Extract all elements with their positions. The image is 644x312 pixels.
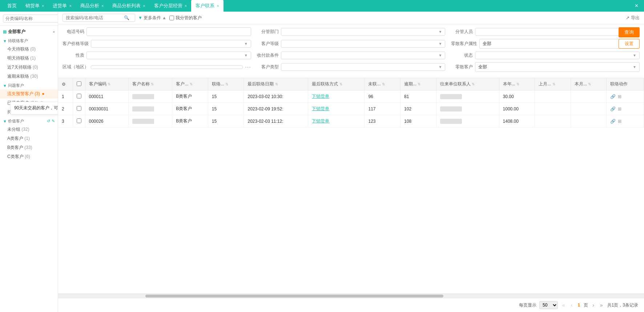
- nav-tab-customer-contact[interactable]: 客户联系 ×: [191, 0, 223, 12]
- sidebar-item-ungrouped[interactable]: 未分组 (32): [0, 125, 58, 134]
- sidebar-item-churn-warning[interactable]: 流失预警客户 (3) ●: [0, 89, 58, 98]
- sort-type-icon[interactable]: ⇅: [190, 82, 193, 86]
- my-customers-check[interactable]: [169, 16, 174, 20]
- prev-page-btn[interactable]: ‹: [569, 302, 574, 308]
- sort-this-month-icon[interactable]: ⇅: [588, 82, 591, 86]
- my-customers-checkbox[interactable]: 我分管的客户: [169, 15, 202, 21]
- sidebar-item-7days-contact[interactable]: 近7天待联络 (0): [0, 63, 58, 72]
- close-purchase-tab[interactable]: ×: [69, 4, 71, 8]
- sidebar-item-tomorrow-contact[interactable]: 明天待联络 (1): [0, 54, 58, 63]
- sidebar-item-overdue-contact[interactable]: 逾期未联络 (30): [0, 72, 58, 81]
- row3-link-icon[interactable]: 🔗: [610, 119, 616, 124]
- row1-grid-icon[interactable]: ⊞: [618, 94, 621, 99]
- close-analysis-tab[interactable]: ×: [101, 4, 104, 8]
- nav-tab-sales[interactable]: 销货单 ×: [21, 0, 48, 12]
- close-analysis-list-tab[interactable]: ×: [143, 4, 145, 8]
- scatter-customer-select[interactable]: 全部 ▼: [475, 62, 640, 72]
- more-conditions-btn[interactable]: ▼ 更多条件 ▲: [138, 15, 166, 21]
- row1-last-method[interactable]: 下销货单: [308, 90, 365, 103]
- row3-last-method[interactable]: 下销货单: [308, 115, 365, 127]
- nav-tab-analysis[interactable]: 商品分析 ×: [76, 0, 108, 12]
- scatter-attr-select[interactable]: 全部 ▼: [479, 39, 640, 49]
- nav-tab-analysis-list[interactable]: 商品分析列表 ×: [108, 0, 149, 12]
- scroll-thumb[interactable]: [145, 295, 443, 297]
- sort-contact-person-icon[interactable]: ⇅: [472, 82, 475, 86]
- payment-select[interactable]: ▼: [281, 52, 446, 59]
- sort-uncontact-icon[interactable]: ⇅: [382, 82, 385, 86]
- dept-select[interactable]: ▼: [281, 28, 446, 36]
- sidebar-item-class-b[interactable]: B类客户 (33): [0, 143, 58, 152]
- col-overdue: 逾期... ⇅: [401, 78, 436, 90]
- next-page-btn[interactable]: ›: [591, 302, 596, 308]
- page-label: 页: [584, 302, 588, 308]
- close-sales-tab[interactable]: ×: [42, 4, 44, 8]
- sidebar-item-class-c[interactable]: C类客户 (6): [0, 152, 58, 161]
- group-problem-customers[interactable]: ▼ 问题客户: [0, 81, 58, 89]
- col-settings[interactable]: ⚙: [58, 78, 73, 90]
- sort-contact-icon[interactable]: ⇅: [225, 82, 228, 86]
- status-select[interactable]: ▼: [475, 52, 640, 59]
- row1-last-month: [535, 90, 571, 103]
- row1-checkbox[interactable]: [73, 90, 85, 103]
- search-submit-icon[interactable]: 🔍: [124, 15, 129, 20]
- phone-input[interactable]: [86, 27, 251, 36]
- sidebar-item-today-contact[interactable]: 今天待联络 (0): [0, 45, 58, 54]
- col-this-year: 本年... ⇅: [499, 78, 535, 90]
- all-customers-title[interactable]: ⊞ 全部客户 «: [0, 26, 58, 36]
- region-more[interactable]: ···: [245, 64, 251, 70]
- close-customer-contact-tab[interactable]: ×: [217, 4, 219, 8]
- close-all-button[interactable]: ×: [632, 3, 641, 9]
- row2-last-method[interactable]: 下销货单: [308, 103, 365, 115]
- sort-overdue-icon[interactable]: ⇅: [418, 82, 420, 86]
- row1-link-icon[interactable]: 🔗: [610, 94, 616, 99]
- horizontal-scrollbar[interactable]: [58, 293, 644, 298]
- filter-customer-type: 客户类型 ▼: [257, 63, 446, 71]
- group-pending-contact[interactable]: ▼ 待联络客户: [0, 36, 58, 45]
- content-area: 🔍 ▼ 更多条件 ▲ 我分管的客户 ↗ 导出 电话号码: [58, 12, 644, 312]
- more-conditions-arrow: ▲: [162, 15, 166, 20]
- nature-select[interactable]: ▼: [86, 52, 251, 59]
- row2-grid-icon[interactable]: ⊞: [618, 106, 621, 112]
- nav-tab-customer-layer[interactable]: 客户分层经营 ×: [150, 0, 191, 12]
- row1-name: [128, 90, 172, 103]
- person-select[interactable]: ▼: [475, 28, 631, 36]
- row2-link-icon[interactable]: 🔗: [610, 106, 616, 112]
- sort-last-date-icon[interactable]: ⇅: [275, 82, 278, 86]
- sidebar-search-input[interactable]: [3, 15, 58, 23]
- nav-tab-home[interactable]: 首页: [3, 0, 21, 12]
- export-button[interactable]: ↗ 导出: [626, 15, 640, 21]
- top-nav: 首页 销货单 × 进货单 × 商品分析 × 商品分析列表 × 客户分层经营 × …: [0, 0, 644, 12]
- nav-tab-purchase[interactable]: 进货单 ×: [48, 0, 76, 12]
- col-checkbox[interactable]: [73, 78, 85, 90]
- edit-value-icon[interactable]: ✎: [52, 119, 55, 123]
- region-select[interactable]: [91, 65, 243, 69]
- per-page-select[interactable]: 50 20 100: [539, 301, 558, 309]
- search-input[interactable]: [66, 15, 124, 20]
- row3-grid-icon[interactable]: ⊞: [618, 119, 621, 124]
- first-page-btn[interactable]: «: [561, 302, 567, 308]
- query-button[interactable]: 查询: [619, 27, 640, 37]
- filter-row-3: 性质 ▼ 收付款条件 ▼ 状态: [63, 52, 640, 59]
- select-all-checkbox[interactable]: [77, 81, 81, 86]
- sort-this-year-icon[interactable]: ⇅: [516, 82, 519, 86]
- refresh-value-icon[interactable]: ↺: [47, 119, 50, 123]
- row2-contact-person: [436, 103, 499, 115]
- row1-action: 🔗 ⊞: [607, 90, 644, 103]
- settings-button[interactable]: 设置: [619, 39, 640, 49]
- table-row: 1 000011 B类客户 15 2023-03-02 10:30: 下销货单 …: [58, 90, 644, 103]
- sidebar-item-class-a[interactable]: A类客户 (1): [0, 134, 58, 143]
- sort-code-icon[interactable]: ⇅: [108, 82, 110, 86]
- row2-checkbox[interactable]: [73, 103, 85, 115]
- close-customer-layer-tab[interactable]: ×: [185, 4, 187, 8]
- sort-last-month-icon[interactable]: ⇅: [552, 82, 555, 86]
- row3-checkbox[interactable]: [73, 115, 85, 127]
- price-level-select[interactable]: ▼: [91, 40, 251, 48]
- customer-type-select[interactable]: ▼: [281, 63, 446, 71]
- last-page-btn[interactable]: »: [599, 302, 604, 308]
- row1-this-month: [571, 90, 607, 103]
- filter-dept: 分管部门 ▼: [257, 28, 446, 36]
- group-value-customers[interactable]: ▼ 价值客户 ↺ ✎: [0, 117, 58, 125]
- sort-last-method-icon[interactable]: ⇅: [339, 82, 342, 86]
- customer-level-select[interactable]: ▼: [281, 40, 446, 48]
- sort-name-icon[interactable]: ⇅: [151, 82, 154, 86]
